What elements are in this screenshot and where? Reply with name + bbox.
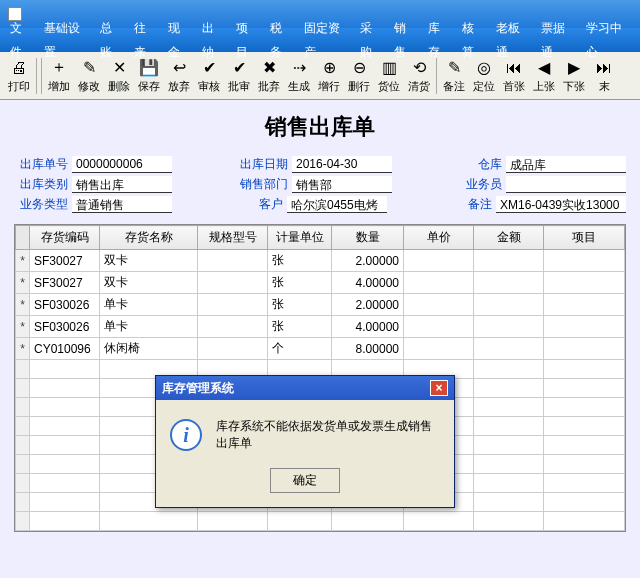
tool-批审[interactable]: ✔批审 <box>224 56 254 96</box>
label-sales: 业务员 <box>454 176 506 193</box>
tool-修改[interactable]: ✎修改 <box>74 56 104 96</box>
table-row[interactable]: *SF30027双卡张4.00000 <box>16 272 625 294</box>
tool-放弃[interactable]: ↩放弃 <box>164 56 194 96</box>
field-sales[interactable] <box>506 176 626 193</box>
dialog-title-text: 库存管理系统 <box>162 380 234 397</box>
form-area: 出库单号 0000000006 出库日期 2016-04-30 仓库 成品库 出… <box>0 152 640 222</box>
定位-icon: ◎ <box>474 58 494 78</box>
col-5[interactable]: 单价 <box>404 226 474 250</box>
末-icon: ⏭ <box>594 58 614 78</box>
table-row[interactable]: *SF030026单卡张4.00000 <box>16 316 625 338</box>
toolbar: 🖨打印＋增加✎修改✕删除💾保存↩放弃✔审核✔批审✖批弃⇢生成⊕增行⊖删行▥货位⟲… <box>0 52 640 100</box>
修改-icon: ✎ <box>79 58 99 78</box>
下张-icon: ▶ <box>564 58 584 78</box>
col-7[interactable]: 项目 <box>544 226 625 250</box>
增行-icon: ⊕ <box>319 58 339 78</box>
删行-icon: ⊖ <box>349 58 369 78</box>
field-customer[interactable]: 哈尔滨0455电烤 <box>287 196 387 213</box>
tool-货位[interactable]: ▥货位 <box>374 56 404 96</box>
tool-删行[interactable]: ⊖删行 <box>344 56 374 96</box>
批弃-icon: ✖ <box>259 58 279 78</box>
close-icon[interactable]: × <box>430 380 448 396</box>
生成-icon: ⇢ <box>289 58 309 78</box>
删除-icon: ✕ <box>109 58 129 78</box>
打印-icon: 🖨 <box>9 58 29 78</box>
首张-icon: ⏮ <box>504 58 524 78</box>
label-out-type: 出库类别 <box>14 176 72 193</box>
field-biz[interactable]: 普通销售 <box>72 196 172 213</box>
label-out-no: 出库单号 <box>14 156 72 173</box>
tool-批弃[interactable]: ✖批弃 <box>254 56 284 96</box>
label-warehouse: 仓库 <box>454 156 506 173</box>
dialog-titlebar: 库存管理系统 × <box>156 376 454 400</box>
col-2[interactable]: 规格型号 <box>198 226 268 250</box>
批审-icon: ✔ <box>229 58 249 78</box>
table-row[interactable]: *SF30027双卡张2.00000 <box>16 250 625 272</box>
放弃-icon: ↩ <box>169 58 189 78</box>
label-customer: 客户 <box>229 196 287 213</box>
tool-定位[interactable]: ◎定位 <box>469 56 499 96</box>
上张-icon: ◀ <box>534 58 554 78</box>
col-4[interactable]: 数量 <box>332 226 404 250</box>
tool-打印[interactable]: 🖨打印 <box>4 56 34 96</box>
table-row[interactable]: *CY010096休闲椅个8.00000 <box>16 338 625 360</box>
tool-增行[interactable]: ⊕增行 <box>314 56 344 96</box>
tool-生成[interactable]: ⇢生成 <box>284 56 314 96</box>
table-row[interactable]: *SF030026单卡张2.00000 <box>16 294 625 316</box>
document-title: 销售出库单 <box>0 112 640 142</box>
col-3[interactable]: 计量单位 <box>268 226 332 250</box>
tool-备注[interactable]: ✎备注 <box>439 56 469 96</box>
field-dept[interactable]: 销售部 <box>292 176 392 193</box>
tool-下张[interactable]: ▶下张 <box>559 56 589 96</box>
tool-保存[interactable]: 💾保存 <box>134 56 164 96</box>
清货-icon: ⟲ <box>409 58 429 78</box>
ok-button[interactable]: 确定 <box>270 468 340 493</box>
label-biz: 业务类型 <box>14 196 72 213</box>
col-0[interactable]: 存货编码 <box>30 226 100 250</box>
label-dept: 销售部门 <box>234 176 292 193</box>
field-out-no[interactable]: 0000000006 <box>72 156 172 173</box>
field-warehouse[interactable]: 成品库 <box>506 156 626 173</box>
label-out-date: 出库日期 <box>234 156 292 173</box>
tool-首张[interactable]: ⏮首张 <box>499 56 529 96</box>
message-dialog: 库存管理系统 × i 库存系统不能依据发货单或发票生成销售出库单 确定 <box>155 375 455 508</box>
table-row[interactable] <box>16 512 625 531</box>
tool-审核[interactable]: ✔审核 <box>194 56 224 96</box>
dialog-message: 库存系统不能依据发货单或发票生成销售出库单 <box>216 418 440 452</box>
tool-上张[interactable]: ◀上张 <box>529 56 559 96</box>
col-1[interactable]: 存货名称 <box>100 226 198 250</box>
增加-icon: ＋ <box>49 58 69 78</box>
tool-增加[interactable]: ＋增加 <box>44 56 74 96</box>
menu-bar: 文件基础设置总账往来现金出纳项目税务固定资产采购销售库存核算老板通票据通学习中心 <box>0 28 640 52</box>
field-out-date[interactable]: 2016-04-30 <box>292 156 392 173</box>
label-remark: 备注 <box>444 196 496 213</box>
审核-icon: ✔ <box>199 58 219 78</box>
货位-icon: ▥ <box>379 58 399 78</box>
备注-icon: ✎ <box>444 58 464 78</box>
tool-清货[interactable]: ⟲清货 <box>404 56 434 96</box>
info-icon: i <box>170 419 202 451</box>
tool-末[interactable]: ⏭末 <box>589 56 619 96</box>
field-out-type[interactable]: 销售出库 <box>72 176 172 193</box>
col-6[interactable]: 金额 <box>474 226 544 250</box>
保存-icon: 💾 <box>139 58 159 78</box>
field-remark[interactable]: XM16-0439实收13000 <box>496 196 626 213</box>
tool-删除[interactable]: ✕删除 <box>104 56 134 96</box>
